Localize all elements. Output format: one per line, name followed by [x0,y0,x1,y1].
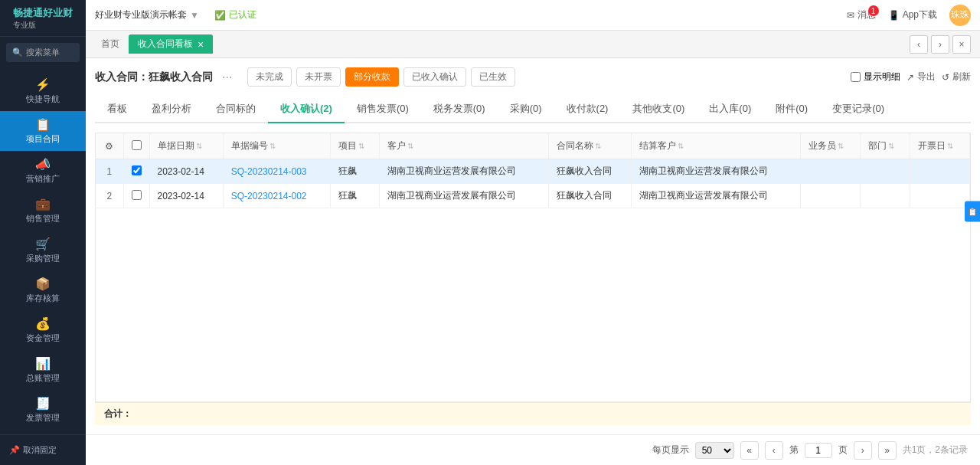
export-label: 导出 [917,70,936,84]
col-header-checkbox[interactable] [123,133,149,159]
tab-nav-next[interactable]: › [931,35,949,54]
user-avatar[interactable]: 珠珠 [949,5,971,26]
contract-title: 收入合同：狂飙收入合同 [95,70,213,84]
show-detail-checkbox[interactable] [851,72,861,82]
main-content: 好业财专业版演示帐套 ▼ ✅ 已认证 ✉ 1 消息 📱 App下载 珠珠 首页 … [86,0,980,465]
sidebar-item-accounts[interactable]: 📊 总账管理 [0,350,86,390]
select-all-checkbox[interactable] [132,140,142,150]
col-date: 2023-02-14 [149,159,223,184]
sidebar-item-project-contract[interactable]: 📋 项目合同 [0,111,86,151]
col-header-department[interactable]: 部门⇅ [861,133,910,159]
col-header-contract-name[interactable]: 合同名称⇅ [548,133,632,159]
col-seq: 2 [96,184,123,208]
sidebar-item-sales[interactable]: 💼 销售管理 [0,191,86,231]
app-download-button[interactable]: 📱 App下载 [888,8,937,21]
col-header-customer[interactable]: 客户⇅ [379,133,548,159]
tabbar-nav: ‹ › × [910,35,971,54]
subtab-sales-invoice[interactable]: 销售发票(0) [345,96,421,123]
sidebar-item-quick-nav[interactable]: ⚡ 快捷导航 [0,71,86,111]
col-header-date[interactable]: 单据日期⇅ [149,133,223,159]
sidebar-item-marketing[interactable]: 📣 营销推广 [0,151,86,191]
pagination-page-suffix: 页 [838,444,848,457]
subtab-purchase[interactable]: 采购(0) [498,96,554,123]
contract-more-button[interactable]: ··· [222,70,232,84]
subtab-attachments[interactable]: 附件(0) [763,96,820,123]
doc-number-link[interactable]: SQ-20230214-002 [231,191,307,201]
marketing-icon: 📣 [35,157,51,172]
tab-home[interactable]: 首页 [95,38,126,51]
col-header-salesperson[interactable]: 业务员⇅ [801,133,861,159]
status-btn-incomplete[interactable]: 未完成 [247,67,292,87]
status-btn-uninvoiced[interactable]: 未开票 [296,67,341,87]
col-number[interactable]: SQ-20230214-003 [223,159,330,184]
subtab-contract-subject[interactable]: 合同标的 [204,96,268,123]
right-float-icon: 📋 [968,208,977,216]
col-header-open-date[interactable]: 开票日⇅ [910,133,969,159]
company-selector[interactable]: 好业财专业版演示帐套 ▼ [95,8,199,21]
pagination-next-btn[interactable]: › [854,441,872,460]
sidebar-item-funds[interactable]: 💰 资金管理 [0,310,86,350]
col-checkbox[interactable] [123,184,149,208]
verified-label: 已认证 [229,8,256,21]
show-detail-checkbox-label[interactable]: 显示明细 [851,70,900,84]
sort-customer-icon: ⇅ [407,142,413,150]
sidebar-item-project-contract-label: 项目合同 [26,133,60,145]
row-checkbox[interactable] [132,190,142,200]
subtab-kanban[interactable]: 看板 [95,96,139,123]
sidebar-bottom: 📌 取消固定 [0,434,86,465]
col-contract-name: 狂飙收入合同 [548,184,632,208]
project-contract-icon: 📋 [35,117,51,132]
table-row[interactable]: 1 2023-02-14 SQ-20230214-003 狂飙 湖南卫视商业运营… [96,159,970,184]
status-btn-recognized[interactable]: 已收入确认 [403,67,466,87]
sidebar-item-inventory[interactable]: 📦 库存核算 [0,270,86,310]
col-checkbox[interactable] [123,159,149,184]
company-dropdown-icon: ▼ [190,10,199,21]
col-open-date [910,159,969,184]
right-float-button[interactable]: 📋 [965,201,980,222]
search-menu-button[interactable]: 🔍 搜索菜单 [6,43,80,62]
tab-nav-close[interactable]: × [952,35,971,54]
refresh-icon: ↺ [942,72,949,83]
col-number[interactable]: SQ-20230214-002 [223,184,330,208]
per-page-select[interactable]: 20 50 100 [695,442,734,459]
table-row[interactable]: 2 2023-02-14 SQ-20230214-002 狂飙 湖南卫视商业运营… [96,184,970,208]
subtab-tax-invoice[interactable]: 税务发票(0) [421,96,498,123]
sort-settle-icon: ⇅ [678,142,684,150]
sidebar-search-area: 🔍 搜索菜单 [0,37,86,68]
tab-close-icon[interactable]: × [198,38,204,51]
status-btn-effective[interactable]: 已生效 [471,67,515,87]
col-header-number[interactable]: 单据编号⇅ [223,133,330,159]
subtab-change-log[interactable]: 变更记录(0) [820,96,897,123]
subtab-payment[interactable]: 收付款(2) [554,96,621,123]
subtab-revenue-recognition[interactable]: 收入确认(2) [268,96,345,123]
sidebar-item-inventory-label: 库存核算 [26,293,60,304]
pagination-first-btn[interactable]: « [740,441,759,460]
refresh-button[interactable]: ↺ 刷新 [942,70,971,84]
doc-number-link[interactable]: SQ-20230214-003 [231,166,307,177]
messages-button[interactable]: ✉ 1 消息 [847,8,876,21]
sidebar-item-purchase[interactable]: 🛒 采购管理 [0,231,86,270]
sidebar-bottom-item-cancel[interactable]: 📌 取消固定 [6,441,80,459]
pagination-prev-btn[interactable]: ‹ [765,441,783,460]
subtab-warehouse[interactable]: 出入库(0) [697,96,763,123]
tab-nav-prev[interactable]: ‹ [910,35,928,54]
sidebar-item-invoices[interactable]: 🧾 发票管理 [0,390,86,430]
contract-name: 狂飙收入合同 [149,70,213,83]
tabbar: 首页 收入合同看板 × ‹ › × [86,31,980,58]
tab-contract-board[interactable]: 收入合同看板 × [129,34,213,54]
col-header-settings[interactable]: ⚙ [96,133,123,159]
col-settle-customer: 湖南卫视商业运营发展有限公司 [632,184,801,208]
footer-total-label: 合计： [104,408,132,421]
subtab-profit-analysis[interactable]: 盈利分析 [139,96,204,123]
col-header-project[interactable]: 项目⇅ [330,133,379,159]
status-btn-partial-receipt[interactable]: 部分收款 [345,67,399,87]
subtab-other-income[interactable]: 其他收支(0) [620,96,697,123]
sidebar-item-accounts-label: 总账管理 [26,372,60,384]
export-button[interactable]: ↗ 导出 [906,70,936,84]
col-header-settle-customer[interactable]: 结算客户⇅ [632,133,801,159]
sidebar-item-purchase-label: 采购管理 [26,253,60,264]
pagination-last-btn[interactable]: » [878,441,897,460]
pagination-page-input[interactable] [805,443,832,458]
row-checkbox[interactable] [132,165,142,175]
invoices-icon: 🧾 [35,396,51,411]
